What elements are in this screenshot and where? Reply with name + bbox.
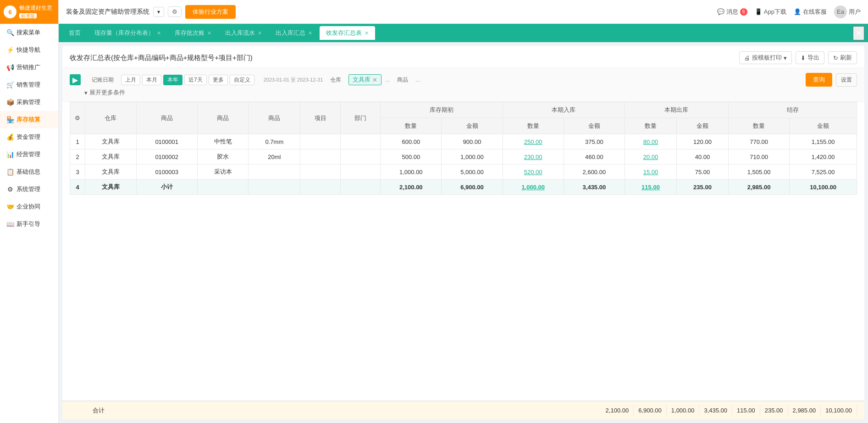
date-btn-本年[interactable]: 本年 xyxy=(163,75,182,85)
cell-out-amt: 120.00 xyxy=(676,134,728,149)
tab-close-icon[interactable]: ✕ xyxy=(365,30,369,36)
footer-out-amt: 235.00 xyxy=(760,405,788,416)
purchase-icon: 📦 xyxy=(6,99,14,106)
table-row: 3 文具库 0100003 采访本 1,000.00 5,000.00 520.… xyxy=(70,165,857,180)
print-button[interactable]: 🖨 按模板打印 ▾ xyxy=(739,51,792,64)
tab-close-icon[interactable]: ✕ xyxy=(157,30,161,36)
cell-in-qty[interactable]: 520.00 xyxy=(503,165,564,180)
col-code: 商品 xyxy=(136,102,197,134)
sidebar-item-enterprise[interactable]: 🤝企业协同 xyxy=(0,198,58,215)
system-icon: ⚙ xyxy=(6,186,14,193)
expand-conditions-button[interactable]: ▾ 展开更多条件 xyxy=(84,88,125,97)
inventory-icon: 🏪 xyxy=(6,116,14,123)
cell-bal-amt: 10,100.00 xyxy=(790,180,857,195)
cell-out-qty[interactable]: 15.00 xyxy=(625,165,676,180)
cell-in-amt: 3,435.00 xyxy=(564,180,625,195)
date-btn-更多[interactable]: 更多 xyxy=(209,75,228,85)
filter-toggle-button[interactable]: ▶ xyxy=(70,74,81,85)
export-icon: ⬇ xyxy=(801,55,806,61)
goods-more[interactable]: ... xyxy=(415,77,420,83)
sidebar-item-sales[interactable]: 🛒销售管理 xyxy=(0,76,58,93)
cell-out-amt: 40.00 xyxy=(676,149,728,165)
tab------[interactable]: 出入库汇总✕ xyxy=(269,26,319,40)
cell-spec xyxy=(249,180,300,195)
sidebar-item-guide[interactable]: 📖新手引导 xyxy=(0,215,58,233)
marketing-icon: 📢 xyxy=(6,64,14,71)
sidebar-item-operations[interactable]: 📊经营管理 xyxy=(0,146,58,163)
sidebar-item-basic-info[interactable]: 📋基础信息 xyxy=(0,163,58,181)
sidebar-item-quick-nav[interactable]: ⚡快捷导航 xyxy=(0,41,58,59)
cell-dept xyxy=(340,149,380,165)
cell-index: 1 xyxy=(70,134,85,149)
col-goods: 商品 xyxy=(197,102,249,134)
goods-label: 商品 xyxy=(397,76,408,84)
col-group-init: 库存期初 xyxy=(381,102,503,118)
search-icon: 🔍 xyxy=(6,29,14,36)
cell-in-qty[interactable]: 1,000.00 xyxy=(503,180,564,195)
footer-bal-qty: 2,985.00 xyxy=(788,405,821,416)
sidebar-item-system[interactable]: ⚙系统管理 xyxy=(0,181,58,198)
cell-warehouse: 文具库 xyxy=(85,165,137,180)
page-content: 收发存汇总表(按仓库+商品编码+商品+规格型号+项目+部门) 🖨 按模板打印 ▾… xyxy=(59,42,868,423)
footer-in-amt: 3,435.00 xyxy=(699,405,732,416)
col-out-qty: 数量 xyxy=(625,118,676,134)
tab---[interactable]: 首页 xyxy=(62,26,87,40)
col-init-amt: 金额 xyxy=(442,118,503,134)
cell-in-qty[interactable]: 230.00 xyxy=(503,149,564,165)
online-service-action[interactable]: 👤 在线客服 xyxy=(794,8,827,16)
user-action[interactable]: Ea 用户 xyxy=(834,5,861,18)
system-dropdown[interactable]: ▾ xyxy=(153,7,164,17)
system-title: 装备及固定资产辅助管理系统 xyxy=(66,8,149,16)
message-action[interactable]: 💬 消息 6 xyxy=(717,8,747,16)
tab------[interactable]: 出入库流水✕ xyxy=(219,26,268,40)
col-bal-amt: 金额 xyxy=(790,118,857,134)
tab-close-icon[interactable]: ✕ xyxy=(258,30,262,36)
cell-bal-amt: 1,155.00 xyxy=(790,134,857,149)
col-settings-header[interactable]: ⚙ xyxy=(70,102,85,134)
message-icon: 💬 xyxy=(717,8,724,15)
settings-button[interactable]: 设置 xyxy=(836,73,857,87)
sidebar-item-marketing[interactable]: 📢营销推广 xyxy=(0,59,58,76)
sidebar-item-finance[interactable]: 💰资金管理 xyxy=(0,128,58,146)
refresh-button[interactable]: ↻ 刷新 xyxy=(828,51,857,64)
warehouse-more[interactable]: ... xyxy=(385,77,390,83)
cell-code: 0100002 xyxy=(136,149,197,165)
cell-project xyxy=(300,165,340,180)
gear-button[interactable]: ⚙ xyxy=(168,6,182,17)
date-btn-自定义[interactable]: 自定义 xyxy=(230,75,254,85)
close-all-tabs-button[interactable]: ✕ xyxy=(853,26,864,40)
sidebar-item-inventory[interactable]: 🏪库存核算 xyxy=(0,111,58,128)
sidebar-item-search[interactable]: 🔍搜索菜单 xyxy=(0,24,58,41)
cell-out-qty[interactable]: 20.00 xyxy=(625,149,676,165)
app-download-action[interactable]: 📱 App下载 xyxy=(755,8,786,16)
tab-close-icon[interactable]: ✕ xyxy=(308,30,312,36)
cell-dept xyxy=(340,134,380,149)
guide-icon: 📖 xyxy=(6,220,14,228)
finance-icon: 💰 xyxy=(6,133,14,141)
cell-out-qty[interactable]: 115.00 xyxy=(625,180,676,195)
cell-out-qty[interactable]: 80.00 xyxy=(625,134,676,149)
tab------[interactable]: 库存批次账✕ xyxy=(168,26,218,40)
cell-project xyxy=(300,149,340,165)
date-btn-上月[interactable]: 上月 xyxy=(121,75,140,85)
cell-dept xyxy=(340,165,380,180)
tabs-bar: 首页现存量（库存分布表）✕库存批次账✕出入库流水✕出入库汇总✕收发存汇总表✕ ✕ xyxy=(59,24,868,42)
cell-in-qty[interactable]: 250.00 xyxy=(503,134,564,149)
experience-button[interactable]: 体验行业方案 xyxy=(185,5,236,19)
sidebar-item-purchase[interactable]: 📦采购管理 xyxy=(0,93,58,111)
remove-warehouse-icon[interactable]: ✕ xyxy=(372,77,377,83)
tab-close-icon[interactable]: ✕ xyxy=(207,30,211,36)
tab-------[interactable]: 收发存汇总表✕ xyxy=(320,26,375,40)
tab-----------[interactable]: 现存量（库存分布表）✕ xyxy=(88,26,167,40)
cell-dept xyxy=(340,180,380,195)
date-btn-本月[interactable]: 本月 xyxy=(142,75,161,85)
warehouse-tag[interactable]: 文具库 ✕ xyxy=(348,74,381,85)
query-button[interactable]: 查询 xyxy=(806,73,832,87)
cell-in-amt: 2,600.00 xyxy=(564,165,625,180)
export-button[interactable]: ⬇ 导出 xyxy=(796,51,824,64)
expand-icon: ▾ xyxy=(84,89,88,96)
cell-init-amt: 1,000.00 xyxy=(442,149,503,165)
date-btn-近7天[interactable]: 近7天 xyxy=(184,75,207,85)
cell-warehouse: 文具库 xyxy=(85,149,137,165)
cell-init-amt: 5,000.00 xyxy=(442,165,503,180)
